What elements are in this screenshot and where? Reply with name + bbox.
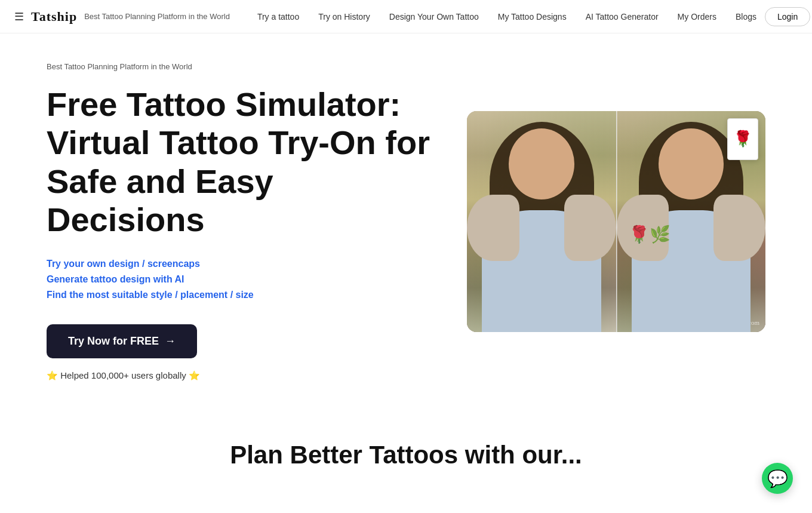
social-proof: ⭐ Helped 100,000+ users globally ⭐ [47, 370, 431, 381]
nav-item-blogs[interactable]: Blogs [727, 7, 765, 26]
cta-arrow-icon: → [165, 335, 176, 348]
nav-item-design-own[interactable]: Design Your Own Tattoo [381, 7, 487, 26]
hero-bullet: Try your own design / screencaps [47, 259, 431, 269]
shoulder-right-left [564, 195, 617, 261]
hero-image: 🌹🌿 🌹 T © Tattoo Powered by Tatship.com [467, 111, 765, 332]
after-photo: 🌹🌿 🌹 T © Tattoo Powered by Tatship.com [616, 111, 765, 332]
main-content: Best Tattoo Planning Platform in the Wor… [18, 33, 794, 417]
cta-label: Try Now for FREE [68, 335, 159, 348]
tattoo-sample-icon: 🌹 [733, 130, 752, 148]
nav-item-my-orders[interactable]: My Orders [669, 7, 725, 26]
hero-left: Best Tattoo Planning Platform in the Wor… [47, 62, 431, 381]
tattoo-sample-thumbnail: 🌹 [727, 118, 758, 160]
header: ☰ Tatship Best Tattoo Planning Platform … [0, 0, 812, 33]
login-button[interactable]: Login [765, 7, 810, 26]
hero-bullet: Find the most suitable style / placement… [47, 290, 431, 300]
cta-button[interactable]: Try Now for FREE → [47, 324, 197, 358]
breadcrumb: Best Tattoo Planning Platform in the Wor… [47, 62, 431, 71]
nav-item-try-history[interactable]: Try on History [310, 7, 379, 26]
bottom-title: Plan Better Tattoos with our... [14, 441, 798, 469]
divider-line [616, 111, 617, 332]
nav-item-ai-generator[interactable]: AI Tattoo Generator [577, 7, 667, 26]
shoulder-right-right [713, 195, 765, 261]
before-photo [467, 111, 616, 332]
whatsapp-icon: 💬 [767, 469, 788, 481]
hero-bullet: Generate tattoo design with AI [47, 274, 431, 285]
hero-title: Free Tattoo Simulator: Virtual Tattoo Tr… [47, 85, 431, 239]
bottom-section: Plan Better Tattoos with our... [0, 417, 812, 481]
main-nav: Try a tattooTry on HistoryDesign Your Ow… [249, 7, 765, 26]
header-left: ☰ Tatship Best Tattoo Planning Platform … [14, 9, 230, 24]
hero-right: 🌹🌿 🌹 T © Tattoo Powered by Tatship.com [467, 111, 765, 332]
logo: Tatship [31, 9, 77, 24]
face-left [509, 128, 574, 199]
photo-area-right: 🌹🌿 🌹 [617, 111, 765, 332]
photo-area-left [467, 111, 616, 332]
person-shape-left [467, 111, 616, 332]
header-right: Login [765, 7, 810, 26]
hero-bullets: Try your own design / screencapsGenerate… [47, 259, 431, 300]
nav-item-my-designs[interactable]: My Tattoo Designs [490, 7, 575, 26]
nav-item-try-tattoo[interactable]: Try a tattoo [249, 7, 307, 26]
hamburger-icon[interactable]: ☰ [14, 10, 24, 23]
face-right [659, 128, 724, 199]
shoulder-left [467, 195, 519, 261]
tattoo-overlay: 🌹🌿 [620, 204, 679, 266]
header-tagline: Best Tattoo Planning Platform in the Wor… [84, 12, 230, 21]
